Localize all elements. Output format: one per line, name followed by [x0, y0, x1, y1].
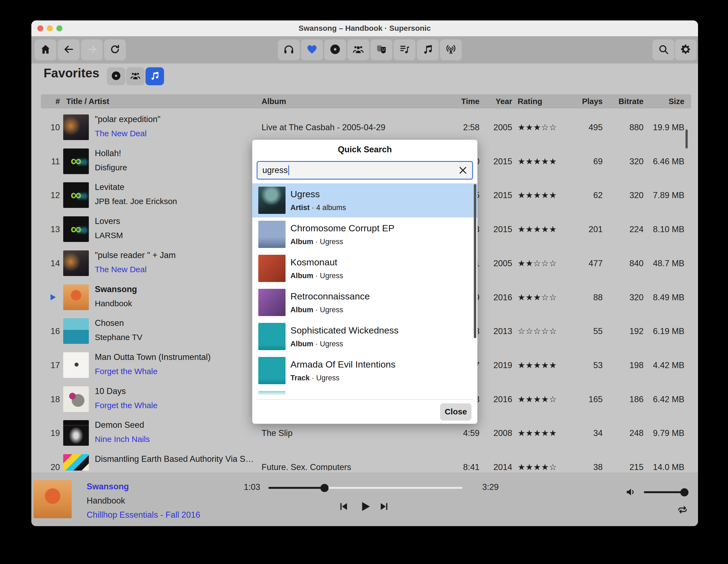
favorites-toggle-albums[interactable]: [107, 67, 125, 85]
search-icon: [658, 44, 669, 56]
track-number: 20: [38, 450, 60, 471]
repeat-button[interactable]: [677, 504, 688, 516]
track-artist[interactable]: Forget the Whale: [95, 366, 256, 377]
track-artist[interactable]: The New Deal: [95, 264, 256, 275]
search-button[interactable]: [653, 40, 674, 60]
result-thumbnail: [258, 289, 286, 316]
track-main: Demon SeedNine Inch Nails: [95, 420, 256, 444]
favorites-toggle-artists[interactable]: [126, 67, 145, 85]
elapsed-time: 1:03: [222, 482, 260, 492]
track-main: ChosenStephane TV: [95, 318, 256, 342]
album-art: [63, 318, 89, 344]
search-result-item[interactable]: UgressArtist · 4 albums: [252, 183, 477, 217]
seek-slider[interactable]: [268, 487, 462, 489]
column-header-num[interactable]: #: [38, 94, 60, 108]
result-subtitle: Album · Ugress: [290, 340, 343, 348]
album-art: [63, 284, 89, 310]
result-subtitle: Album · Ugress: [290, 306, 343, 314]
nav-albums-button[interactable]: [324, 40, 346, 60]
table-row[interactable]: 20Dismantling Earth Based Authority Via …: [31, 450, 698, 471]
dialog-title: Quick Search: [252, 145, 477, 154]
track-size: 4.42 MB: [638, 348, 684, 382]
previous-button[interactable]: [338, 501, 349, 512]
search-results-list: UgressArtist · 4 albumsChromosome Corrup…: [252, 183, 477, 397]
nav-tracks-button[interactable]: [417, 40, 439, 60]
track-plays: 62: [570, 178, 603, 212]
favorites-toggle-songs[interactable]: [145, 67, 164, 85]
column-header-plays[interactable]: Plays: [570, 94, 603, 108]
results-scrollbar[interactable]: [474, 184, 476, 338]
volume-icon[interactable]: [625, 486, 637, 498]
note-icon: [422, 44, 433, 56]
track-year: 2015: [490, 178, 512, 212]
track-artist[interactable]: The New Deal: [95, 128, 256, 139]
track-size: 9.79 MB: [638, 416, 684, 450]
result-subtitle: Track · Ugress: [290, 374, 339, 382]
track-year: 2015: [490, 144, 512, 178]
back-button[interactable]: [58, 40, 80, 60]
track-plays: 34: [570, 416, 603, 450]
search-input[interactable]: ugress: [257, 161, 473, 180]
playlist-icon: [399, 44, 410, 56]
home-button[interactable]: [35, 40, 56, 60]
track-plays: 69: [570, 144, 603, 178]
volume-slider[interactable]: [644, 491, 688, 493]
search-result-item[interactable]: Sophisticated WickednessAlbum · Ugress: [252, 320, 477, 354]
close-dialog-button[interactable]: Close: [440, 404, 471, 420]
refresh-button[interactable]: [104, 40, 126, 60]
nav-artists-button[interactable]: [347, 40, 369, 60]
seek-knob[interactable]: [320, 484, 329, 492]
play-button[interactable]: [358, 499, 372, 514]
track-artist[interactable]: Nine Inch Nails: [95, 434, 256, 444]
settings-button[interactable]: [675, 40, 697, 60]
dialog-divider: [256, 399, 474, 400]
nav-now-playing-button[interactable]: [278, 40, 300, 60]
nav-favorites-button[interactable]: [301, 40, 323, 60]
column-header-album[interactable]: Album: [262, 94, 452, 108]
home-icon: [40, 44, 51, 56]
table-scrollbar[interactable]: [685, 129, 688, 148]
clear-search-icon[interactable]: [458, 165, 468, 175]
nav-genres-button[interactable]: [371, 40, 392, 60]
track-title: Dismantling Earth Based Authority Via Sa…: [95, 454, 256, 464]
disc-icon: [111, 71, 121, 82]
album-link[interactable]: Future. Sex. Computers: [262, 450, 452, 471]
column-header-size[interactable]: Size: [638, 94, 684, 108]
album-art: [63, 386, 89, 412]
search-result-item[interactable]: Armada Of Evil IntentionsTrack · Ugress: [252, 354, 477, 388]
column-header-year[interactable]: Year: [490, 94, 512, 108]
text-cursor: [288, 165, 289, 175]
track-size: 7.89 MB: [638, 178, 684, 212]
track-size: 8.10 MB: [638, 212, 684, 246]
track-title: Man Outta Town (Instrumental): [95, 352, 256, 362]
search-result-item[interactable]: RetroconnaissanceAlbum · Ugress: [252, 286, 477, 320]
list-fade: [252, 386, 474, 397]
result-thumbnail: [258, 357, 286, 384]
result-title: Chromosome Corrupt EP: [290, 223, 395, 234]
track-artist: JPB feat. Joe Erickson: [95, 196, 256, 207]
track-size: 19.9 MB: [638, 110, 684, 144]
nav-radio-button[interactable]: [440, 40, 462, 60]
forward-button[interactable]: [81, 40, 103, 60]
album-art: [63, 114, 89, 140]
track-plays: 88: [570, 280, 603, 314]
track-main: LoversLARSM: [95, 216, 256, 241]
track-artist[interactable]: Forget the Whale: [95, 400, 256, 411]
column-header-time[interactable]: Time: [441, 94, 480, 108]
search-result-item[interactable]: Chromosome Corrupt EPAlbum · Ugress: [252, 217, 477, 251]
nav-playlists-button[interactable]: [394, 40, 415, 60]
now-playing-album[interactable]: Chillhop Essentials - Fall 2016: [87, 510, 200, 520]
title-bar: Swansong – Handbook · Supersonic: [31, 20, 698, 37]
page-title: Favorites: [44, 66, 99, 80]
track-main: SwansongHandbook: [95, 284, 256, 309]
forward-icon: [86, 44, 98, 56]
people-icon: [130, 71, 141, 82]
result-title: Kosmonaut: [290, 257, 337, 268]
volume-knob[interactable]: [680, 488, 688, 496]
search-result-item[interactable]: KosmonautAlbum · Ugress: [252, 251, 477, 286]
track-title: "pulse reader " + Jam: [95, 250, 256, 260]
column-header-htitle[interactable]: Title / Artist: [66, 94, 109, 108]
track-number: 11: [38, 144, 60, 178]
now-playing-title[interactable]: Swansong: [87, 481, 129, 492]
next-button[interactable]: [379, 501, 390, 512]
